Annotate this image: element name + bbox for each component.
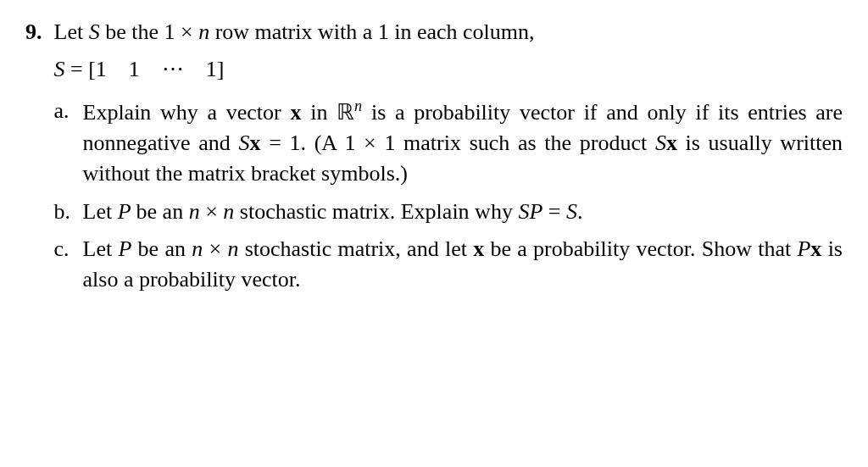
c-times: × xyxy=(203,236,227,261)
b-t2: be an xyxy=(136,199,189,224)
c-t1: Let xyxy=(83,236,119,261)
b-t3: stochastic matrix. Explain why xyxy=(234,199,518,224)
b-times: × xyxy=(200,199,224,224)
problem-intro: Let S be the 1 × n row matrix with a 1 i… xyxy=(54,17,843,47)
matrix-close-bracket: ] xyxy=(217,57,225,81)
a-t2: in xyxy=(301,99,337,124)
intro-text-2: be the 1 × xyxy=(100,19,198,44)
b-P1: P xyxy=(118,199,136,224)
c-n1: n xyxy=(192,236,203,261)
a-t1: Explain why a vector xyxy=(83,99,291,124)
a-sup-n: n xyxy=(354,97,362,114)
part-c-letter: c. xyxy=(54,234,73,296)
b-S: S xyxy=(566,199,577,224)
a-x2: x xyxy=(249,131,260,155)
c-x2: x xyxy=(810,236,821,261)
b-SP: SP xyxy=(518,199,542,224)
a-eq1: = 1. (A 1 × 1 matrix such as the product xyxy=(260,131,654,155)
a-x1: x xyxy=(290,99,301,124)
part-a: a. Explain why a vector x in ℝn is a pro… xyxy=(54,96,843,190)
c-P1: P xyxy=(118,236,131,261)
a-S1: S xyxy=(238,131,249,155)
matrix-equals: = xyxy=(65,57,89,81)
part-b: b. Let P be an n × n stochastic matrix. … xyxy=(54,197,843,227)
part-b-text: Let P be an n × n stochastic matrix. Exp… xyxy=(83,197,843,227)
part-b-letter: b. xyxy=(54,197,73,227)
problem-body: Let S be the 1 × n row matrix with a 1 i… xyxy=(54,17,843,303)
b-dot: . xyxy=(577,199,583,224)
part-a-letter: a. xyxy=(54,96,73,190)
b-eq: = xyxy=(542,199,566,224)
intro-n: n xyxy=(198,19,209,44)
a-rn: ℝ xyxy=(337,99,354,124)
c-P2: P xyxy=(797,236,810,261)
intro-text-1: Let xyxy=(54,19,89,44)
matrix-open-bracket: [ xyxy=(88,57,96,81)
c-t3: stochastic matrix, and let xyxy=(238,236,473,261)
intro-text-3: row matrix with a 1 in each column, xyxy=(209,19,534,44)
c-t4: be a probability vector. Show that xyxy=(484,236,797,261)
intro-S: S xyxy=(89,19,100,44)
matrix-definition: S = [1 1 ⋯ 1] xyxy=(54,54,843,85)
c-x1: x xyxy=(473,236,484,261)
b-n2: n xyxy=(223,199,234,224)
problem-9: 9. Let S be the 1 × n row matrix with a … xyxy=(25,17,843,303)
b-t1: Let xyxy=(83,199,118,224)
matrix-values: 1 1 ⋯ 1 xyxy=(96,57,217,81)
c-n2: n xyxy=(227,236,238,261)
c-t2: be an xyxy=(131,236,192,261)
part-c: c. Let P be an n × n stochastic matrix, … xyxy=(54,234,843,296)
b-n1: n xyxy=(189,199,200,224)
part-c-text: Let P be an n × n stochastic matrix, and… xyxy=(83,234,843,296)
matrix-S: S xyxy=(54,57,65,81)
part-a-text: Explain why a vector x in ℝn is a probab… xyxy=(83,96,843,190)
problem-number: 9. xyxy=(25,17,42,303)
a-x3: x xyxy=(666,131,677,155)
a-S2: S xyxy=(655,131,666,155)
